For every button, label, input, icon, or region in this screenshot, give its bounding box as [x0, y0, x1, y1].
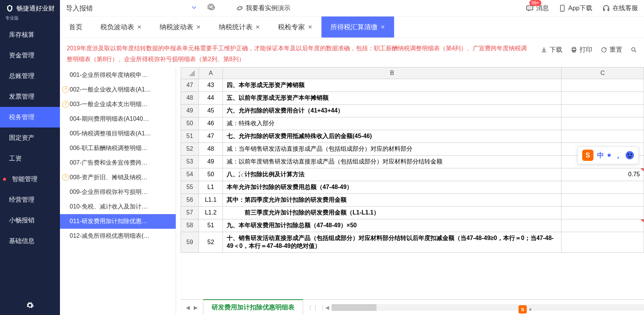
cell[interactable]: 七、允许扣除的研发费用抵减特殊收入后的金额(45-46) — [223, 130, 562, 142]
col-header[interactable]: A — [199, 67, 223, 79]
cell[interactable]: 本年允许加计扣除的研发费用总额（47-48-49） — [223, 181, 562, 194]
col-header[interactable]: B — [223, 67, 562, 79]
prev-sheet-icon[interactable]: ◀ — [186, 304, 190, 310]
nav-item-0[interactable]: 库存核算 — [0, 24, 60, 45]
sheet-menu-icon[interactable]: ⋮⋮ — [303, 304, 323, 310]
cell[interactable]: 九、本年研发费用加计扣除总额（47-48-49）×50 — [223, 219, 562, 232]
row-header[interactable]: 56 — [181, 194, 199, 206]
cell[interactable] — [562, 206, 644, 219]
cell[interactable]: 46 — [199, 117, 223, 130]
tree-item-3[interactable]: 004-期间费用明细表(A1040… — [60, 112, 176, 126]
row-header[interactable]: 55 — [181, 181, 199, 194]
nav-item-1[interactable]: 资金管理 — [0, 45, 60, 66]
cell[interactable]: 43 — [199, 79, 223, 92]
cell[interactable]: 51 — [199, 219, 223, 232]
reset-button[interactable]: 重置 — [601, 45, 622, 54]
collapse-handle-icon[interactable] — [240, 171, 244, 181]
cell[interactable]: 48 — [199, 142, 223, 155]
nav-item-10[interactable]: 基础信息 — [0, 231, 60, 251]
tab-0[interactable]: 首页 — [60, 16, 91, 38]
nav-item-3[interactable]: 发票管理 — [0, 86, 60, 107]
row-header[interactable]: 47 — [181, 79, 199, 92]
tree-item-8[interactable]: 009-企业所得税弥补亏损明… — [60, 185, 176, 200]
close-icon[interactable]: ✕ — [137, 24, 142, 30]
cell[interactable]: 减：以前年度销售研发活动直接形成产品（包括组成部分）对应材料部分结转金额 — [223, 155, 562, 168]
cell[interactable]: 50 — [199, 168, 223, 181]
cell[interactable]: L1 — [199, 181, 223, 194]
row-header[interactable]: 53 — [181, 155, 199, 168]
tree-item-5[interactable]: 006-职工薪酬纳税调整明细… — [60, 141, 176, 156]
cell[interactable]: 0.75 — [562, 168, 644, 181]
sidebar-settings-icon[interactable] — [0, 297, 60, 315]
ime-toolbar[interactable]: S 中 ， — [577, 146, 639, 164]
horizontal-scrollbar[interactable]: ◀ — [323, 304, 644, 311]
cell[interactable] — [562, 104, 644, 117]
cell[interactable] — [562, 194, 644, 206]
tree-item-10[interactable]: 011-研发费用加计扣除优惠… — [60, 214, 176, 229]
col-header[interactable]: C — [562, 67, 644, 79]
more-button[interactable] — [631, 46, 637, 53]
ime-punct-icon[interactable]: ， — [614, 150, 622, 160]
cell[interactable]: 47 — [199, 130, 223, 142]
tab-4[interactable]: 税检专家✕ — [269, 16, 321, 38]
tab-1[interactable]: 税负波动表✕ — [91, 16, 151, 38]
tree-item-9[interactable]: 010-免税、减计收入及加计… — [60, 200, 176, 214]
tree-item-6[interactable]: 007-广告费和业务宣传费跨… — [60, 156, 176, 170]
nav-item-5[interactable]: 固定资产 — [0, 128, 60, 148]
cell[interactable] — [562, 232, 644, 252]
row-header[interactable]: 57 — [181, 206, 199, 219]
nav-item-7[interactable]: 智能管理 — [0, 169, 60, 189]
row-header[interactable]: 51 — [181, 130, 199, 142]
settings-icon[interactable] — [207, 3, 215, 13]
tab-3[interactable]: 纳税统计表✕ — [210, 16, 269, 38]
cell[interactable]: 六、允许扣除的研发费用合计（41+43+44） — [223, 104, 562, 117]
cell[interactable] — [562, 181, 644, 194]
tab-5[interactable]: 所得税汇算清缴✕ — [321, 16, 394, 38]
cell[interactable]: 44 — [199, 92, 223, 104]
app-download-button[interactable]: App下载 — [559, 4, 592, 12]
support-button[interactable]: 在线客服 — [602, 4, 638, 12]
cell[interactable]: 减：当年销售研发活动直接形成产品（包括组成部分）对应的材料部分 — [223, 142, 562, 155]
close-icon[interactable]: ✕ — [381, 24, 385, 30]
cell[interactable]: L1.2 — [199, 206, 223, 219]
ime-mini[interactable]: S ▾ — [518, 305, 532, 314]
download-button[interactable]: 下载 — [541, 45, 562, 54]
tree-item-11[interactable]: 012-减免所得税优惠明细表(… — [60, 229, 176, 243]
row-header[interactable]: 54 — [181, 168, 199, 181]
sheet-tab-active[interactable]: 研发费用加计扣除优惠明细表 — [203, 299, 303, 315]
nav-item-4[interactable]: 税务管理 — [0, 107, 60, 128]
tab-2[interactable]: 纳税波动表✕ — [151, 16, 210, 38]
demo-link[interactable]: 我要看实例演示 — [236, 4, 290, 12]
cell[interactable]: 十、销售研发活动直接形成产品（包括组成部分）对应材料部分结转以后年度扣减金额（当… — [223, 232, 562, 252]
cell[interactable]: 其中：第四季度允许加计扣除的研发费用金额 — [223, 194, 562, 206]
row-header[interactable]: 59 — [181, 232, 199, 252]
cell[interactable]: 45 — [199, 104, 223, 117]
cell[interactable]: 前三季度允许加计扣除的研发费用金额（L1-L1.1） — [223, 206, 562, 219]
nav-item-6[interactable]: 工资 — [0, 148, 60, 169]
tree-item-4[interactable]: 005-纳税调整项目明细表(A1… — [60, 126, 176, 141]
tree-item-2[interactable]: 003-一般企业成本支出明细… — [60, 97, 176, 112]
spreadsheet[interactable]: ABC4743四、本年形成无形资产摊销额4844五、以前年度形成无形资产本年摊销… — [181, 67, 644, 299]
close-icon[interactable]: ✕ — [308, 24, 312, 30]
ime-emoji-icon[interactable] — [626, 151, 634, 159]
print-button[interactable]: 打印 — [571, 45, 592, 54]
cell[interactable]: 五、以前年度形成无形资产本年摊销额 — [223, 92, 562, 104]
tree-item-1[interactable]: 002-一般企业收入明细表(A1… — [60, 82, 176, 97]
cell[interactable] — [562, 219, 644, 232]
nav-item-2[interactable]: 总账管理 — [0, 66, 60, 86]
row-header[interactable]: 49 — [181, 104, 199, 117]
close-icon[interactable]: ✕ — [256, 24, 260, 30]
row-header[interactable]: 58 — [181, 219, 199, 232]
cell[interactable] — [562, 130, 644, 142]
cell[interactable]: L1.1 — [199, 194, 223, 206]
cell[interactable]: 49 — [199, 155, 223, 168]
close-icon[interactable]: ✕ — [196, 24, 201, 30]
scroll-left-icon[interactable]: ◀ — [323, 304, 332, 310]
chevron-down-icon[interactable] — [190, 4, 198, 12]
cell[interactable] — [562, 79, 644, 92]
cell[interactable]: 四、本年形成无形资产摊销额 — [223, 79, 562, 92]
row-header[interactable]: 50 — [181, 117, 199, 130]
nav-item-9[interactable]: 小畅报销 — [0, 210, 60, 231]
cell[interactable]: 八、加计扣除比例及计算方法 — [223, 168, 562, 181]
next-sheet-icon[interactable]: ▶ — [194, 304, 198, 310]
